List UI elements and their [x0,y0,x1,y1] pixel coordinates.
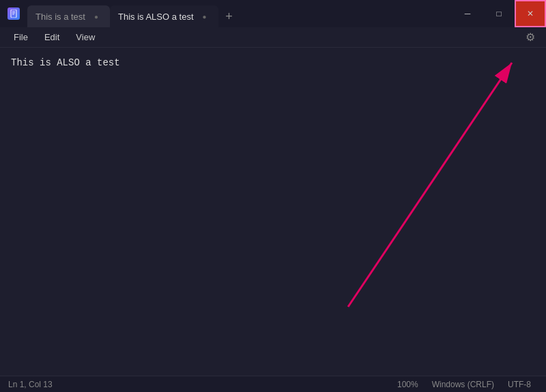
tab-list: This is a test ● This is ALSO a test ● + [27,0,452,27]
close-button[interactable]: ✕ [515,0,546,27]
status-position: Ln 1, Col 13 [8,380,59,389]
tab-0[interactable]: This is a test ● [27,5,110,27]
status-zoom: 100% [397,380,425,389]
svg-rect-0 [11,10,16,18]
tab-0-label: This is a test [35,12,85,22]
menu-file[interactable]: File [5,29,36,45]
new-tab-button[interactable]: + [218,5,240,27]
menu-edit[interactable]: Edit [36,29,68,45]
menu-view[interactable]: View [68,29,103,45]
status-bar: Ln 1, Col 13 100% Windows (CRLF) UTF-8 [0,376,546,392]
minimize-button[interactable]: ─ [452,0,483,27]
app-icon-shape [8,7,20,20]
menu-bar: File Edit View ⚙ [0,27,546,48]
window-controls: ─ □ ✕ [452,0,546,27]
app-icon [0,0,27,27]
title-bar: This is a test ● This is ALSO a test ● +… [0,0,546,27]
svg-line-5 [348,63,512,307]
status-right: 100% Windows (CRLF) UTF-8 [397,380,538,389]
tab-1-label: This is ALSO a test [118,12,194,22]
settings-icon[interactable]: ⚙ [520,28,541,46]
tab-0-close[interactable]: ● [91,11,102,22]
arrow-annotation [0,48,546,376]
tab-1[interactable]: This is ALSO a test ● [110,5,218,27]
status-encoding: UTF-8 [501,380,538,389]
editor-area[interactable]: This is ALSO a test [0,48,546,376]
tab-1-close[interactable]: ● [199,11,210,22]
notepad-icon [10,10,17,18]
editor-content: This is ALSO a test [11,56,535,70]
maximize-button[interactable]: □ [483,0,515,27]
status-line-ending: Windows (CRLF) [425,380,501,389]
